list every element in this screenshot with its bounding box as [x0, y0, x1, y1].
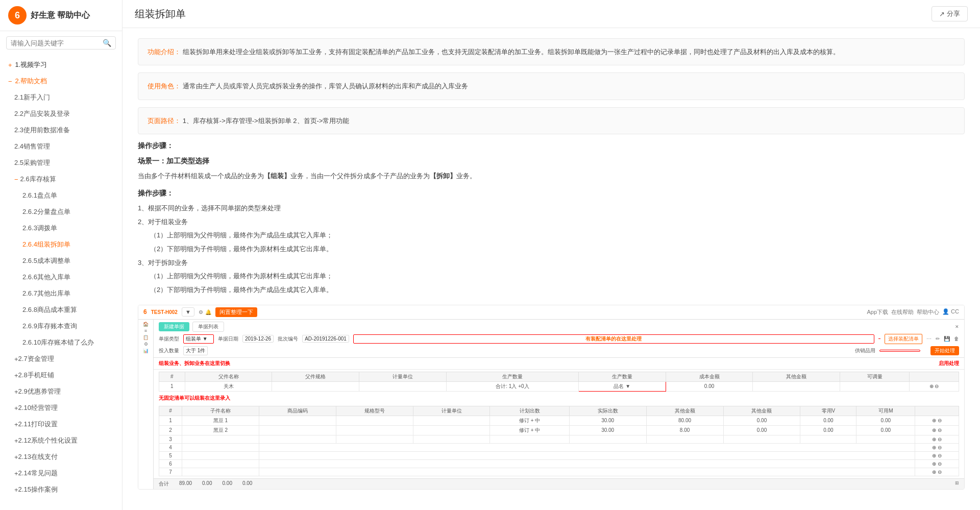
- sidebar-item-goods-cost[interactable]: 2.6.8商品成本重算: [0, 302, 122, 318]
- sidebar-item-newbie[interactable]: 2.1新手入门: [0, 89, 122, 106]
- search-box[interactable]: 🔍: [6, 36, 116, 50]
- path-label: 页面路径：: [148, 117, 181, 125]
- sidebar-item-data-prep[interactable]: 2.3使用前数据准备: [0, 122, 122, 138]
- mock-qty-input: 大于 1件: [183, 346, 208, 355]
- lower-td-empty3e: [490, 435, 569, 443]
- sidebar-item-partial-stock[interactable]: 2.6.2分量盘点单: [0, 204, 122, 220]
- topbar: 组装拆卸单 ↗ 分享: [122, 0, 980, 28]
- steps-list: 1、根据不同的业务，选择不同单据的类型来处理 2、对于组装业务 （1）上部明细为…: [138, 202, 965, 297]
- mock-td-1: 1: [159, 381, 185, 391]
- sidebar-item-other-in[interactable]: 2.6.6其他入库单: [0, 269, 122, 285]
- sidebar-item-stock-check[interactable]: 2.6.9库存账本查询: [0, 318, 122, 334]
- lower-td-unit2: [413, 425, 490, 435]
- mock-lower-table-body: 1 黑豆 1 修订 + 中 30.00 80.00 0.00: [159, 416, 959, 476]
- lower-td-batch2: 0.00: [800, 425, 856, 435]
- lower-td-actual1: 30.00: [569, 416, 646, 425]
- lower-td-empty3b: [259, 435, 336, 443]
- lower-td-4: 4: [159, 443, 182, 451]
- sidebar-item-system[interactable]: + 2.12系统个性化设置: [0, 432, 122, 449]
- mock-icon-app: App下载: [867, 308, 888, 316]
- mock-active-icon: 📋: [143, 335, 149, 340]
- lower-td-action2: ⊕ ⊖: [915, 425, 959, 435]
- lower-td-spec2: [336, 425, 413, 435]
- scene1-title: 场景一：加工类型选择: [138, 157, 965, 166]
- mock-date-label: 单据日期: [218, 335, 238, 343]
- page-title: 组装拆卸单: [135, 7, 186, 21]
- sidebar-item-cost-adjust[interactable]: 2.6.5成本调整单: [0, 253, 122, 269]
- mock-body: 🏠 ≡ 📋 ⚙ 📊 新建单据 单据列表: [138, 320, 964, 489]
- lower-td-3: 3: [159, 435, 182, 443]
- lower-td-unit1: [413, 416, 490, 425]
- list-item: 5 ⊕ ⊖: [159, 451, 959, 459]
- mock-tabs-row: 新建单据 单据列表 ✕: [159, 322, 959, 332]
- mock-footer: 合计 89.00 0.00 0.00 0.00 ⊞: [154, 478, 964, 489]
- sidebar-item-mobile[interactable]: + 2.8手机旺铺: [0, 367, 122, 383]
- mock-header-area: 新建单据 单据列表 ✕ 单据类型 组装单 ▼ 单据日期 2019-12-26 批…: [154, 320, 964, 358]
- mock-upper-table: # 父件名称 父件规格 计量单位 生产数量 生产数量 成本金额 其他金额 可调量: [159, 372, 959, 392]
- search-input[interactable]: [11, 39, 103, 47]
- sidebar-item-finance[interactable]: + 2.7资金管理: [0, 351, 122, 367]
- role-label: 使用角色：: [148, 82, 181, 90]
- lower-td-empty7k: ⊕ ⊖: [915, 468, 959, 476]
- sidebar-item-videos[interactable]: + 1.视频学习: [0, 57, 122, 73]
- sidebar-header: 6 好生意 帮助中心: [0, 0, 122, 31]
- mock-lower-th-avail: 可用M: [856, 406, 915, 416]
- sidebar-item-stock-error[interactable]: 2.6.10库存账本错了么办: [0, 334, 122, 351]
- mock-lower-th-child-name: 子件名称: [182, 406, 259, 416]
- sidebar-item-stocktake[interactable]: 2.6.1盘点单: [0, 187, 122, 204]
- list-item: 1 黑豆 1 修订 + 中 30.00 80.00 0.00: [159, 416, 959, 425]
- search-icon[interactable]: 🔍: [103, 39, 111, 47]
- lower-td-empty5: [182, 451, 259, 459]
- mock-docno-input: AD-20191226-001: [302, 335, 349, 343]
- sidebar-item-coupon[interactable]: + 2.9优惠券管理: [0, 383, 122, 400]
- footer-total-1: 89.00: [179, 480, 192, 488]
- expand-icon: +: [14, 421, 18, 428]
- intro-block: 功能介绍： 组装拆卸单用来处理企业组装或拆卸等加工业务，支持有固定装配清单的产品…: [138, 38, 965, 65]
- mock-brand: TEST-H002: [151, 309, 178, 315]
- sidebar-item-cases[interactable]: + 2.15操作案例: [0, 481, 122, 498]
- main-panel: 组装拆卸单 ↗ 分享 功能介绍： 组装拆卸单用来处理企业组装或拆卸等加工业务，支…: [122, 0, 980, 510]
- role-text: 通常由生产人员或库管人员完成拆装业务的操作，库管人员确认原材料的出库和产成品的入…: [183, 82, 468, 90]
- sidebar-item-ops[interactable]: + 2.10经营管理: [0, 400, 122, 416]
- lower-td-5: 5: [159, 451, 182, 459]
- sidebar-item-sales[interactable]: 2.4销售管理: [0, 138, 122, 155]
- content-area: 功能介绍： 组装拆卸单用来处理企业组装或拆卸等加工业务，支持有固定装配清单的产品…: [122, 28, 980, 510]
- sidebar-item-purchase[interactable]: 2.5采购管理: [0, 155, 122, 171]
- sidebar-item-print[interactable]: + 2.11打印设置: [0, 416, 122, 432]
- sidebar: 6 好生意 帮助中心 🔍 + 1.视频学习 − 2.帮助文档 2.1新手入门 2…: [0, 0, 122, 510]
- mock-td-cost: 0.00: [666, 381, 753, 391]
- mock-save-icon: 💾: [944, 336, 950, 342]
- lower-td-empty3f: [569, 435, 646, 443]
- mock-arrow-line: [878, 338, 880, 339]
- mock-tab-btn: 闲置整理一下: [215, 307, 257, 317]
- sidebar-item-adjust[interactable]: 2.6.3调拨单: [0, 220, 122, 236]
- sidebar-item-install[interactable]: 2.2产品安装及登录: [0, 106, 122, 122]
- mock-td-action: ⊕ ⊖: [910, 381, 959, 391]
- list-item: 2 黑豆 2 修订 + 中 30.00 8.00 0.00: [159, 425, 959, 435]
- step3-sub2: （2）下部明细为子件明细，最终作为产成品生成其它入库单。: [150, 284, 965, 297]
- lower-td-actual2: 30.00: [569, 425, 646, 435]
- mock-lower-th-plan-qty: 计划出数: [490, 406, 569, 416]
- mock-main-content: 新建单据 单据列表 ✕ 单据类型 组装单 ▼ 单据日期 2019-12-26 批…: [154, 320, 964, 489]
- mock-th-other: 其他金额: [753, 372, 840, 381]
- mock-tab-new: 新建单据: [159, 322, 189, 331]
- footer-total-3: 0.00: [223, 480, 232, 488]
- lower-td-empty5k: ⊕ ⊖: [915, 451, 959, 459]
- mock-th-cost: 成本金额: [666, 372, 753, 381]
- sidebar-item-assemble[interactable]: 2.6.4组装拆卸单: [0, 236, 122, 253]
- mock-td-avail: [840, 381, 910, 391]
- expand-icon: +: [14, 404, 18, 412]
- step2-sub2: （2）下部明细为子件明细，最终作为原材料生成其它出库单。: [150, 243, 965, 256]
- expand-icon: +: [14, 470, 18, 477]
- sidebar-item-docs[interactable]: − 2.帮助文档: [0, 73, 122, 89]
- path-text: 1、库存核算->库存管理->组装拆卸单 2、首页->常用功能: [183, 117, 350, 125]
- mock-annotation4: 无固定清单可以组装在这里录入: [154, 394, 964, 404]
- table-row: 1 关木 合计: 1入 +0入 品名 ▼ 0.00: [159, 381, 959, 391]
- mock-qty-label: 投入数量: [159, 347, 179, 354]
- share-button[interactable]: ↗ 分享: [932, 6, 968, 21]
- sidebar-item-faq[interactable]: + 2.14常见问题: [0, 465, 122, 481]
- sidebar-item-warehouse[interactable]: − 2.6库存核算: [0, 171, 122, 187]
- lower-td-empty3k: ⊕ ⊖: [915, 435, 959, 443]
- sidebar-item-other-out[interactable]: 2.6.7其他出库单: [0, 285, 122, 302]
- sidebar-item-online-pay[interactable]: + 2.13在线支付: [0, 449, 122, 465]
